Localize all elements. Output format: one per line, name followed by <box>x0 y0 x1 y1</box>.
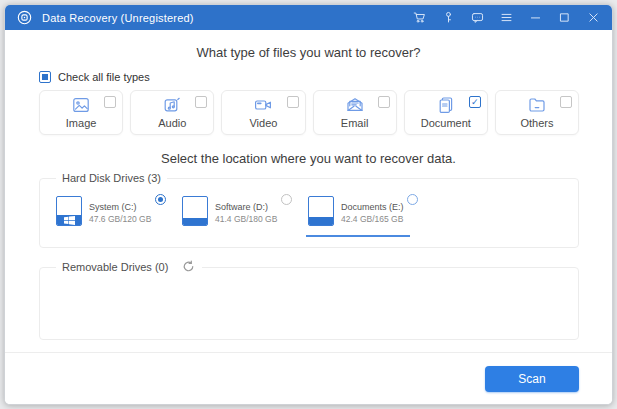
drive-name: Software (D:) <box>215 202 277 212</box>
file-type-cards: Image Audio Video <box>39 90 579 135</box>
card-audio[interactable]: Audio <box>130 90 214 135</box>
close-icon[interactable] <box>586 11 600 25</box>
others-checkbox[interactable] <box>560 96 572 108</box>
image-icon <box>71 95 91 115</box>
hard-disk-drives-legend: Hard Disk Drives (3) <box>56 172 167 184</box>
location-heading: Select the location where you want to re… <box>5 151 612 166</box>
video-checkbox[interactable] <box>287 96 299 108</box>
scan-button[interactable]: Scan <box>485 366 579 392</box>
card-label: Video <box>249 117 277 129</box>
check-all-row: Check all file types <box>39 71 612 83</box>
drive-system-c[interactable]: System (C:) 47.6 GB/120 GB <box>54 194 166 234</box>
card-label: Image <box>66 117 97 129</box>
drive-capacity: 41.4 GB/180 GB <box>215 214 277 224</box>
feedback-icon[interactable] <box>470 11 484 25</box>
maximize-icon[interactable] <box>557 11 571 25</box>
windows-logo-icon <box>64 216 75 225</box>
app-window: Data Recovery (Unregistered) <box>4 4 613 405</box>
file-types-heading: What type of files you want to recover? <box>5 45 612 60</box>
email-checkbox[interactable] <box>378 96 390 108</box>
card-label: Others <box>520 117 553 129</box>
drive-name: Documents (E:) <box>341 202 404 212</box>
app-logo-icon <box>17 10 32 25</box>
minimize-icon[interactable] <box>528 11 542 25</box>
removable-drives-legend: Removable Drives (0) <box>56 260 202 274</box>
window-title: Data Recovery (Unregistered) <box>42 12 194 24</box>
drive-icon <box>308 196 334 226</box>
removable-drives-group: Removable Drives (0) <box>39 260 579 340</box>
check-all-checkbox[interactable] <box>39 71 51 83</box>
audio-checkbox[interactable] <box>195 96 207 108</box>
titlebar: Data Recovery (Unregistered) <box>5 5 612 30</box>
drive-capacity: 42.4 GB/165 GB <box>341 214 404 224</box>
cart-icon[interactable] <box>412 11 426 25</box>
footer-bar: Scan <box>5 352 612 404</box>
drive-list: System (C:) 47.6 GB/120 GB Software (D:)… <box>52 190 566 234</box>
drive-icon <box>182 196 208 226</box>
card-label: Email <box>341 117 369 129</box>
card-email[interactable]: Email <box>313 90 397 135</box>
hard-disk-drives-group: Hard Disk Drives (3) System (C:) 47.6 GB… <box>39 172 579 248</box>
folder-icon <box>527 95 547 115</box>
drive-software-d[interactable]: Software (D:) 41.4 GB/180 GB <box>180 194 292 234</box>
drive-name: System (C:) <box>89 202 151 212</box>
document-checkbox[interactable] <box>469 96 481 108</box>
drive-e-radio[interactable] <box>407 194 418 205</box>
key-icon[interactable] <box>441 11 455 25</box>
image-checkbox[interactable] <box>104 96 116 108</box>
email-icon <box>345 95 365 115</box>
main-content: What type of files you want to recover? … <box>5 30 612 404</box>
video-icon <box>253 95 273 115</box>
card-label: Audio <box>158 117 186 129</box>
drive-d-radio[interactable] <box>281 194 292 205</box>
card-document[interactable]: Document <box>404 90 488 135</box>
drive-documents-e[interactable]: Documents (E:) 42.4 GB/165 GB <box>306 194 418 234</box>
card-others[interactable]: Others <box>495 90 579 135</box>
document-icon <box>436 95 456 115</box>
refresh-icon[interactable] <box>182 260 196 274</box>
card-image[interactable]: Image <box>39 90 123 135</box>
menu-icon[interactable] <box>499 11 513 25</box>
card-video[interactable]: Video <box>221 90 305 135</box>
drive-icon <box>56 196 82 226</box>
check-all-label: Check all file types <box>58 71 150 83</box>
drive-capacity: 47.6 GB/120 GB <box>89 214 151 224</box>
audio-icon <box>162 95 182 115</box>
drive-c-radio[interactable] <box>155 194 166 205</box>
card-label: Document <box>421 117 471 129</box>
